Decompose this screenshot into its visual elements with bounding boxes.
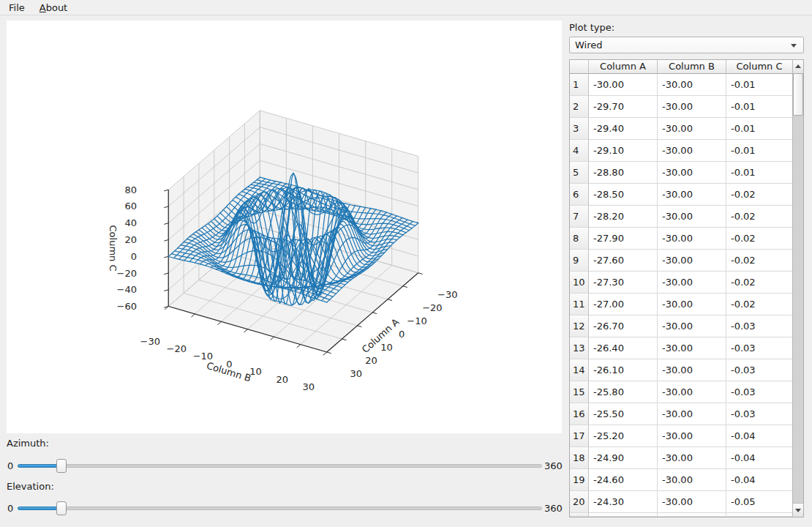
- elevation-slider-handle[interactable]: [56, 501, 67, 515]
- table-cell[interactable]: -25.20: [589, 425, 658, 447]
- menu-item-about[interactable]: About: [32, 1, 75, 15]
- table-cell[interactable]: -30.00: [658, 381, 726, 403]
- row-number-cell[interactable]: 4: [570, 140, 589, 162]
- table-cell[interactable]: -0.04: [726, 425, 792, 447]
- table-cell[interactable]: -28.20: [589, 206, 658, 228]
- table-cell[interactable]: -30.00: [658, 315, 726, 337]
- table-cell[interactable]: -25.80: [589, 381, 658, 403]
- table-cell[interactable]: -30.00: [658, 491, 726, 513]
- table-cell[interactable]: -0.02: [726, 206, 792, 228]
- row-number-cell[interactable]: 3: [570, 118, 589, 140]
- table-cell[interactable]: -0.02: [726, 294, 792, 315]
- table-cell[interactable]: -30.00: [658, 162, 726, 184]
- table-cell[interactable]: -30.00: [658, 403, 726, 425]
- table-cell[interactable]: -30.00: [658, 96, 726, 118]
- table-cell[interactable]: -30.00: [658, 228, 726, 250]
- table-cell[interactable]: -30.00: [658, 250, 726, 272]
- table-cell[interactable]: -29.40: [589, 118, 658, 140]
- table-cell[interactable]: -27.60: [589, 250, 658, 272]
- row-number-cell[interactable]: 19: [570, 469, 589, 491]
- scroll-down-button[interactable]: [793, 503, 803, 517]
- column-header-c[interactable]: Column C: [726, 60, 792, 74]
- table-cell[interactable]: -24.60: [589, 469, 658, 491]
- table-cell[interactable]: -0.02: [726, 228, 792, 250]
- row-number-cell[interactable]: 13: [570, 337, 589, 359]
- table-cell[interactable]: -25.50: [589, 403, 658, 425]
- row-number-cell[interactable]: 18: [570, 447, 589, 469]
- menu-item-file[interactable]: File: [1, 1, 32, 15]
- table-cell[interactable]: -26.40: [589, 337, 658, 359]
- table-cell[interactable]: -28.80: [589, 162, 658, 184]
- row-number-cell[interactable]: 20: [570, 491, 589, 513]
- table-cell[interactable]: -29.10: [589, 140, 658, 162]
- svg-text:20: 20: [276, 374, 288, 385]
- azimuth-label: Azimuth:: [7, 438, 49, 449]
- row-number-cell[interactable]: 10: [570, 272, 589, 294]
- table-corner-cell[interactable]: [570, 60, 589, 74]
- row-number-cell[interactable]: 2: [570, 96, 589, 118]
- table-cell[interactable]: -0.01: [726, 162, 792, 184]
- row-number-cell[interactable]: 15: [570, 381, 589, 403]
- table-cell[interactable]: -30.00: [658, 359, 726, 381]
- table-cell[interactable]: -28.50: [589, 184, 658, 206]
- table-cell[interactable]: -0.03: [726, 403, 792, 425]
- azimuth-slider[interactable]: 0 360: [0, 457, 567, 475]
- table-cell[interactable]: -0.01: [726, 140, 792, 162]
- row-number-cell[interactable]: 11: [570, 294, 589, 315]
- table-cell[interactable]: -0.01: [726, 96, 792, 118]
- column-header-a[interactable]: Column A: [589, 60, 658, 74]
- table-cell[interactable]: -0.01: [726, 118, 792, 140]
- row-number-cell[interactable]: 5: [570, 162, 589, 184]
- table-cell[interactable]: -0.02: [726, 272, 792, 294]
- table-cell[interactable]: -30.00: [658, 272, 726, 294]
- row-number-cell[interactable]: 9: [570, 250, 589, 272]
- row-number-cell[interactable]: 14: [570, 359, 589, 381]
- table-vertical-scrollbar[interactable]: [792, 60, 803, 517]
- table-cell[interactable]: -0.02: [726, 184, 792, 206]
- table-cell[interactable]: -24.90: [589, 447, 658, 469]
- row-number-cell[interactable]: 8: [570, 228, 589, 250]
- table-cell[interactable]: -30.00: [658, 74, 726, 96]
- plot-type-dropdown[interactable]: Wired: [569, 37, 804, 53]
- table-cell[interactable]: -30.00: [658, 447, 726, 469]
- row-number-cell[interactable]: 6: [570, 184, 589, 206]
- row-number-cell[interactable]: 16: [570, 403, 589, 425]
- table-cell[interactable]: -0.05: [726, 491, 792, 513]
- table-cell[interactable]: -0.01: [726, 74, 792, 96]
- table-cell[interactable]: -30.00: [658, 206, 726, 228]
- table-cell[interactable]: -30.00: [658, 140, 726, 162]
- table-cell[interactable]: -27.90: [589, 228, 658, 250]
- azimuth-slider-handle[interactable]: [56, 459, 67, 473]
- table-cell[interactable]: -27.00: [589, 294, 658, 315]
- table-cell[interactable]: -0.04: [726, 469, 792, 491]
- column-header-b[interactable]: Column B: [658, 60, 726, 74]
- table-cell[interactable]: -24.30: [589, 491, 658, 513]
- elevation-slider[interactable]: 0 360: [0, 500, 567, 517]
- row-number-cell[interactable]: 7: [570, 206, 589, 228]
- scroll-up-button[interactable]: [793, 60, 803, 74]
- table-cell[interactable]: -30.00: [658, 118, 726, 140]
- scrollbar-thumb[interactable]: [793, 73, 803, 116]
- table-cell[interactable]: -30.00: [658, 425, 726, 447]
- data-table[interactable]: Column A Column B Column C 1-30.00-30.00…: [569, 59, 804, 517]
- table-cell[interactable]: -29.70: [589, 96, 658, 118]
- table-cell[interactable]: -0.03: [726, 359, 792, 381]
- table-cell[interactable]: -30.00: [658, 469, 726, 491]
- azimuth-slider-track[interactable]: [18, 464, 542, 468]
- row-number-cell[interactable]: 1: [570, 74, 589, 96]
- table-cell[interactable]: -0.03: [726, 381, 792, 403]
- table-cell[interactable]: -30.00: [658, 184, 726, 206]
- table-cell[interactable]: -0.02: [726, 250, 792, 272]
- table-cell[interactable]: -0.03: [726, 337, 792, 359]
- elevation-slider-track[interactable]: [18, 507, 542, 510]
- table-cell[interactable]: -30.00: [589, 74, 658, 96]
- table-cell[interactable]: -30.00: [658, 294, 726, 315]
- table-cell[interactable]: -30.00: [658, 337, 726, 359]
- table-cell[interactable]: -0.04: [726, 447, 792, 469]
- table-cell[interactable]: -26.10: [589, 359, 658, 381]
- table-cell[interactable]: -26.70: [589, 315, 658, 337]
- row-number-cell[interactable]: 17: [570, 425, 589, 447]
- row-number-cell[interactable]: 12: [570, 315, 589, 337]
- table-cell[interactable]: -27.30: [589, 272, 658, 294]
- table-cell[interactable]: -0.03: [726, 315, 792, 337]
